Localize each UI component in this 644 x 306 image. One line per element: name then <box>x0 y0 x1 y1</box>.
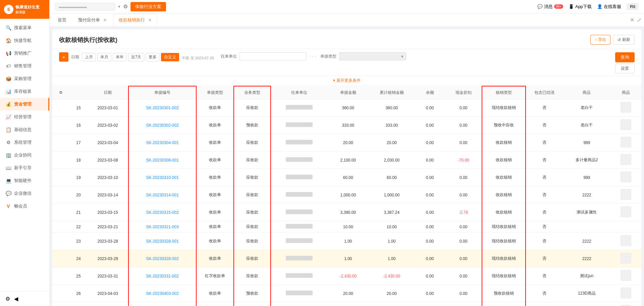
wechat-icon: 💬 <box>5 191 11 196</box>
online-service-button[interactable]: 👤 在线客服 <box>597 4 621 10</box>
col-amount-cell: 3,390.00 <box>327 204 369 221</box>
col-type-cell: 红字收款单 <box>196 267 234 285</box>
col-settings-cell <box>52 186 70 204</box>
message-button[interactable]: 💬 消息 99+ <box>537 4 563 10</box>
col-discount-cell: 0.00 <box>445 267 482 285</box>
col-goods-cell: 衣服00001 <box>563 302 611 306</box>
topbar-gear-icon[interactable]: ⚙ <box>123 3 128 10</box>
date-7days[interactable]: 近7天 <box>128 53 145 61</box>
col-include-cell: 否 <box>526 99 562 117</box>
col-include-cell: 否 <box>526 221 562 233</box>
sidebar-item-shortcut[interactable]: 🏠 快捷导航 <box>0 34 49 47</box>
partner-filter: 往来单位 ··· 单据类型 ▾ <box>221 52 608 60</box>
col-date-cell: 2023-03-10 <box>87 169 128 186</box>
tab-prepay-close[interactable]: ✕ <box>103 18 107 22</box>
col-sn-cell: SK-20230408-001 <box>128 302 196 306</box>
col-settings-header[interactable]: ⚙ <box>52 86 70 99</box>
col-goods-img-cell <box>611 267 641 285</box>
col-type-cell: 收款单 <box>196 169 234 186</box>
sn-link[interactable]: SK-20230331-002 <box>146 274 178 279</box>
col-biz-cell: 应收款 <box>234 186 271 204</box>
col-goods-cell: 999 <box>563 134 611 151</box>
date-this-month[interactable]: 本月 <box>97 53 111 61</box>
sidebar-item-member[interactable]: V 畅会员 <box>0 200 49 212</box>
tab-home[interactable]: 首页 <box>52 14 72 26</box>
sidebar-item-guide[interactable]: 📖 新手引导 <box>0 162 49 174</box>
refresh-button[interactable]: ↺ 刷新 <box>613 35 635 45</box>
query-button[interactable]: 查询 <box>615 52 635 62</box>
date-this-year[interactable]: 本年 <box>113 53 127 61</box>
sidebar-item-system[interactable]: ⚙ 系统管理 <box>0 136 49 149</box>
col-discount-cell: 0.00 <box>445 285 482 302</box>
col-num-cell: 16 <box>70 117 87 134</box>
sn-link[interactable]: SK-20230403-002 <box>146 291 178 296</box>
col-include-cell: 否 <box>526 302 562 306</box>
sidebar-item-company[interactable]: 🏢 企业协同 <box>0 149 49 162</box>
filter-toggle-button[interactable]: » <box>59 52 68 62</box>
filter-dots: ··· <box>309 53 318 59</box>
online-service-label: 在线客服 <box>604 4 621 10</box>
date-last-month[interactable]: 上月 <box>82 53 96 61</box>
date-custom[interactable]: 自定义 <box>161 53 179 61</box>
industry-solution-button[interactable]: 体验行业方案 <box>130 2 166 11</box>
col-type-cell: 收款单 <box>196 302 234 306</box>
col-cancel-type-cell: 收款核销 <box>482 186 526 204</box>
col-cancel-type-cell: 现结收款核销 <box>482 233 526 250</box>
sidebar-item-marketing[interactable]: 📢 营销推广 <box>0 47 49 60</box>
col-amount-cell: 2,100.00 <box>327 151 369 169</box>
col-date-cell: 2023-03-08 <box>87 151 128 169</box>
sidebar-item-basic[interactable]: 📋 基础信息 <box>0 123 49 136</box>
col-num-cell: 24 <box>70 250 87 267</box>
search-icon: 🔍 <box>5 25 11 30</box>
app-download-button[interactable]: 📱 App下载 <box>569 4 592 10</box>
col-amount-header: 单据金额 <box>327 86 369 99</box>
sidebar-item-finance[interactable]: 💰 资金管理 <box>0 98 49 111</box>
date-more[interactable]: 更多 <box>146 53 160 61</box>
col-date-cell: 2023-03-01 <box>87 99 128 117</box>
message-icon: 💬 <box>537 4 543 9</box>
settings-footer-icon[interactable]: ⚙ <box>5 296 10 302</box>
sn-link[interactable]: SK-20230328-002 <box>146 256 178 261</box>
col-biz-cell: 应收款 <box>234 99 271 117</box>
collapse-icon[interactable]: ◀ <box>14 296 18 302</box>
sn-link[interactable]: SK-20230328-001 <box>146 239 178 244</box>
tab-expand-icon[interactable]: ⤢ <box>637 17 641 23</box>
col-cancel-type-cell: 现结收款核销 <box>482 302 526 306</box>
col-cancel-type-cell: 预收中应收 <box>482 117 526 134</box>
tab-collection-close[interactable]: ✕ <box>148 18 152 22</box>
col-amount-cell: 20.00 <box>327 285 369 302</box>
expand-conditions-button[interactable]: ▾ 展开更多条件 <box>333 78 360 83</box>
tab-collection[interactable]: 收款核销执行 ✕ <box>113 14 157 26</box>
home-icon: 🏠 <box>5 38 11 43</box>
user-avatar-button[interactable]: Rit <box>627 3 639 10</box>
sidebar-item-sales[interactable]: 🏷 销售管理 <box>0 60 49 72</box>
topbar-dropdown-icon[interactable]: ▾ <box>118 4 120 9</box>
col-goods-cell: 测试jun <box>563 267 611 285</box>
col-include-cell: 否 <box>526 250 562 267</box>
sidebar-item-wechat[interactable]: 💬 企业微信 <box>0 187 49 200</box>
col-cancel-type-cell: 现结收款核销 <box>482 267 526 285</box>
sidebar-item-operation[interactable]: 📈 经营管理 <box>0 111 49 123</box>
tab-close-all-icon[interactable]: ✕ <box>630 17 634 23</box>
sn-link[interactable]: SK-20230321-003 <box>146 225 178 229</box>
filter-settings-button[interactable]: 设置 <box>615 64 635 73</box>
sn-link[interactable]: SK-20230302-002 <box>146 123 178 128</box>
sn-link[interactable]: SK-20230301-002 <box>146 106 178 110</box>
sn-link[interactable]: SK-20230308-001 <box>146 158 178 163</box>
tab-prepay[interactable]: 预付应付单 ✕ <box>72 14 112 26</box>
receipt-type-select[interactable] <box>339 52 406 60</box>
tab-prepay-label: 预付应付单 <box>78 17 100 23</box>
sn-link[interactable]: SK-20230315-002 <box>146 210 178 215</box>
sn-link[interactable]: SK-20230310-001 <box>146 175 178 180</box>
sidebar-item-search[interactable]: 🔍 搜索菜单 <box>0 21 49 34</box>
col-cancel-type-cell: 现结收款核销 <box>482 250 526 267</box>
topbar-right: 💬 消息 99+ 📱 App下载 👤 在线客服 Rit <box>537 3 639 10</box>
sn-link[interactable]: SK-20230304-001 <box>146 140 178 145</box>
sn-link[interactable]: SK-20230314-001 <box>146 193 178 197</box>
partner-input[interactable] <box>239 52 307 60</box>
sidebar-item-inventory[interactable]: 📊 库存核算 <box>0 85 49 98</box>
sidebar-item-purchase[interactable]: 📦 采购管理 <box>0 72 49 85</box>
sidebar-item-hardware[interactable]: 💻 智能硬件 <box>0 174 49 187</box>
export-button[interactable]: ↑ 导出 <box>590 35 610 45</box>
col-biz-cell: 应收款 <box>234 169 271 186</box>
